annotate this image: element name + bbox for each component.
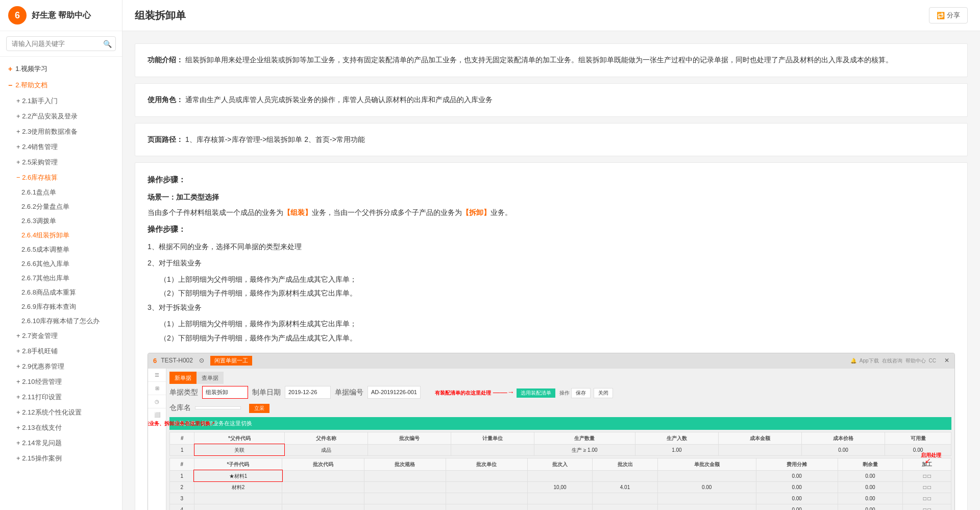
func-intro-text: 组装拆卸单用来处理企业组装或拆卸等加工业务，支持有固定装配清单的产品加工业务，也… (185, 56, 893, 64)
sidebar-icon-2: ⊞ (148, 382, 166, 395)
sidebar-item-coupon[interactable]: + 2.9优惠券管理 (0, 359, 122, 374)
sidebar-item-payment[interactable]: + 2.13在线支付 (0, 420, 122, 435)
sidebar-item-stock-count[interactable]: 2.6.1盘点单 (0, 185, 122, 200)
warehouse-field[interactable] (195, 406, 241, 409)
ss-icons: 🔔 App下载 在线咨询 帮助中心 CC (850, 356, 936, 365)
ss-title-text: TEST-H002 (161, 355, 193, 366)
plus-icon-2: + (16, 97, 20, 105)
inner-sidebar: ☰ ⊞ ◷ ⬜ (148, 369, 166, 510)
ss-icon-5: CC (929, 356, 936, 365)
tab-new-doc[interactable]: 新单据 (169, 372, 197, 384)
select-bom-btn[interactable]: 选用装配清单 (517, 388, 555, 398)
ss-icon-1: 🔔 (850, 356, 856, 365)
plus-icon-4: + (16, 128, 20, 135)
sidebar-item-cases[interactable]: + 2.15操作案例 (0, 451, 122, 466)
th-cost-amt: 成本金额 (718, 432, 801, 444)
ss-close-icon[interactable]: ✕ (944, 355, 949, 366)
confirm-btn-wrap: 立采 (249, 402, 270, 414)
plus-icon-12: + (16, 408, 20, 416)
search-icon[interactable]: 🔍 (103, 40, 112, 48)
share-button[interactable]: 🔁 分享 (929, 7, 968, 23)
date-field[interactable]: 2019-12-26 (285, 386, 331, 399)
bth-batch-spec: 批次规格 (364, 458, 446, 470)
bth-out: 批次出 (593, 458, 657, 470)
plus-icon-13: + (16, 424, 20, 431)
sidebar-item-purchase[interactable]: + 2.5采购管理 (0, 155, 122, 170)
sidebar-item-ledger-fix[interactable]: 2.6.10库存账本错了怎么办 (0, 314, 122, 328)
sidebar-item-assembly[interactable]: 2.6.4组装拆卸单 (0, 228, 122, 242)
sidebar-item-faq[interactable]: + 2.14常见问题 (0, 435, 122, 451)
table-row: 2 材料2 10,00 4.01 0.00 0.00 (170, 481, 951, 493)
sidebar-item-data-prep[interactable]: + 2.3使用前数据准备 (0, 124, 122, 139)
topbar: 组装拆卸单 🔁 分享 (122, 0, 980, 31)
close-btn[interactable]: 关闭 (594, 388, 613, 398)
sidebar-sub-sub-items: 2.6.1盘点单 2.6.2分量盘点单 2.6.3调拨单 2.6.4组装拆卸单 … (0, 185, 122, 328)
warehouse-label: 仓库名 (169, 402, 191, 414)
table-row: 1 关联 成品 生产 ≥ 1.00 1.00 0.00 (170, 444, 951, 455)
green-bar: 组装业务，拆卸业务在这里切换 组装业务、拆卸业务在这里切换 ↗ (169, 417, 951, 430)
ops-card: 操作步骤： 场景一：加工类型选择 当由多个子件材料组装成一个成品的业务为【组装】… (135, 162, 968, 510)
ss-icon-2: App下载 (860, 356, 879, 365)
plus-icon-5: + (16, 143, 20, 151)
sidebar-item-transfer[interactable]: 2.6.3调拨单 (0, 214, 122, 228)
annotation-3-text: 启用处理 (921, 451, 941, 459)
step1: 1、根据不同的业务，选择不同单据的类型来处理 (148, 241, 955, 253)
sidebar-item-finance[interactable]: + 2.7资金管理 (0, 328, 122, 344)
search-input[interactable] (6, 36, 116, 51)
annotation-arrow-3: ↙ (925, 455, 931, 467)
table-row: 4 0.000.00 □ □ (170, 504, 951, 510)
func-intro-label: 功能介绍： (148, 56, 183, 64)
sidebar-item-newcomer[interactable]: + 2.1新手入门 (0, 93, 122, 109)
role-intro-text: 通常由生产人员或库管人员完成拆装业务的操作，库管人员确认原材料的出库和产成品的入… (185, 95, 493, 104)
minus-icon-2: − (16, 174, 20, 181)
sidebar-item-cost-recalc[interactable]: 2.6.8商品成本重算 (0, 285, 122, 300)
sidebar-icon-1: ☰ (148, 369, 166, 382)
func-intro-card: 功能介绍： 组装拆卸单用来处理企业组装或拆卸等加工业务，支持有固定装配清单的产品… (135, 43, 968, 77)
bth-seq: # (170, 458, 194, 470)
sidebar-item-inventory[interactable]: − 2.6库存核算 (0, 170, 122, 185)
sidebar-item-print[interactable]: + 2.11打印设置 (0, 390, 122, 405)
step2-2: （2）下部明细为子件明细，最终作为原材料生成其它出库单。 (160, 287, 955, 300)
ss-new-btn[interactable]: 闲置单据一工 (210, 356, 252, 366)
scene1-desc: 当由多个子件材料组装成一个成品的业务为【组装】业务，当由一个父件拆分成多个子产品… (148, 207, 955, 219)
sidebar-header: 6 好生意 帮助中心 (0, 0, 122, 31)
sidebar-item-video[interactable]: + 1.视频学习 (0, 61, 122, 77)
cell-name: 成品 (284, 444, 368, 455)
role-intro-label: 使用角色： (148, 95, 183, 104)
content-area: 功能介绍： 组装拆卸单用来处理企业组装或拆卸等加工业务，支持有固定装配清单的产品… (122, 31, 980, 510)
plus-icon-8: + (16, 347, 20, 355)
sidebar-item-customize[interactable]: + 2.12系统个性化设置 (0, 405, 122, 420)
sidebar-item-cost-adjust[interactable]: 2.6.5成本调整单 (0, 242, 122, 257)
main-area: 组装拆卸单 🔁 分享 功能介绍： 组装拆卸单用来处理企业组装或拆卸等加工业务，支… (122, 0, 980, 510)
search-box[interactable]: 🔍 (0, 31, 122, 57)
sidebar-item-batch-count[interactable]: 2.6.2分量盘点单 (0, 200, 122, 214)
th-unit: 计量单位 (451, 432, 534, 444)
type-field[interactable]: 组装拆卸 (202, 386, 248, 399)
sidebar-item-mobile[interactable]: + 2.8手机旺铺 (0, 344, 122, 359)
sidebar-item-install[interactable]: + 2.2产品安装及登录 (0, 109, 122, 124)
path-label: 页面路径： (148, 135, 183, 143)
confirm-btn[interactable]: 立采 (249, 404, 270, 413)
ss-icon-4: 帮助中心 (905, 356, 926, 365)
cell-prod-qty: 生产 ≥ 1.00 (534, 444, 635, 455)
plus-icon-11: + (16, 393, 20, 401)
tab-find-doc[interactable]: 查单据 (197, 372, 224, 384)
type-label: 单据类型 (169, 386, 198, 399)
sidebar-item-help-docs[interactable]: − 2.帮助文档 (0, 77, 122, 93)
sidebar-item-other-in[interactable]: 2.6.6其他入库单 (0, 257, 122, 271)
role-intro-card: 使用角色： 通常由生产人员或库管人员完成拆装业务的操作，库管人员确认原材料的出库… (135, 83, 968, 117)
form-row-1: 单据类型 组装拆卸 制单日期 2019-12-26 单据编号 AD-201912… (169, 386, 951, 399)
minus-icon: − (8, 81, 12, 89)
sidebar-item-ledger-query[interactable]: 2.6.9库存账本查询 (0, 300, 122, 314)
sidebar-item-management[interactable]: + 2.10经营管理 (0, 374, 122, 390)
cell-avail: 0.00 (885, 444, 951, 455)
sidebar-item-sales[interactable]: + 2.4销售管理 (0, 139, 122, 155)
sidebar-item-other-out[interactable]: 2.6.7其他出库单 (0, 271, 122, 285)
inner-content: ☰ ⊞ ◷ ⬜ 新单据 查单据 单据类型 (148, 369, 954, 510)
cell-cost-amt (718, 444, 801, 455)
save-btn[interactable]: 保存 (571, 388, 591, 398)
sidebar-icon-3: ◷ (148, 395, 166, 408)
sidebar-nav: + 1.视频学习 − 2.帮助文档 + 2.1新手入门 + 2.2产品安装及登录 (0, 57, 122, 510)
ss-icon-3: 在线咨询 (882, 356, 902, 365)
top-table: # *父件代码 父件名称 批次编号 计量单位 生产数量 生产入数 成本金额 成本 (169, 432, 951, 456)
